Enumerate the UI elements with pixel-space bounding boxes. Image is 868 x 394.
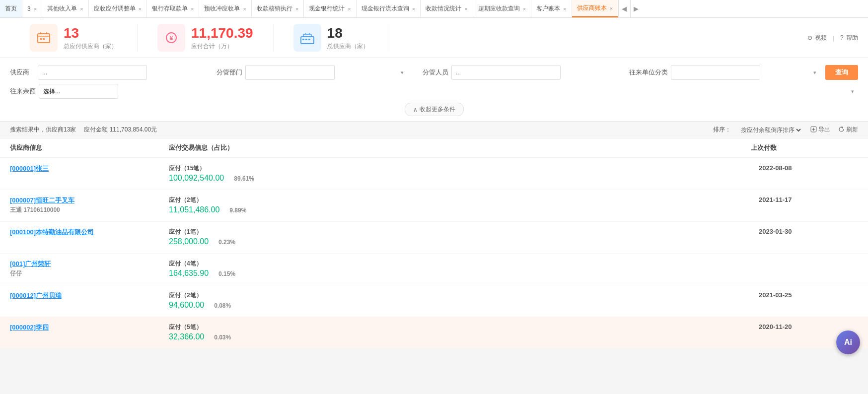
- tx-amount-link[interactable]: 100,092,540.00: [169, 174, 224, 183]
- nav-tab-cash-bank-stats[interactable]: 现金银行统计 ×: [304, 0, 356, 17]
- balance-label: 往来余额: [10, 87, 36, 96]
- close-icon[interactable]: ×: [563, 6, 566, 12]
- nav-tab-advance-offset[interactable]: 预收冲应收单 ×: [199, 0, 251, 17]
- query-button[interactable]: 查询: [825, 65, 858, 80]
- nav-tab-label: 客户账本: [536, 4, 560, 13]
- nav-tab-payment-verify[interactable]: 收款核销执行 ×: [252, 0, 304, 17]
- stat-payable-suppliers: 13 总应付供应商（家）: [10, 24, 138, 52]
- balance-select[interactable]: 选择...: [39, 84, 118, 99]
- help-icon: ?: [840, 34, 844, 41]
- tx-amount-link[interactable]: 258,000.00: [169, 237, 209, 246]
- close-icon[interactable]: ×: [80, 6, 83, 12]
- nav-tab-3[interactable]: 3 ×: [22, 0, 42, 17]
- total-suppliers-icon: [293, 24, 321, 52]
- supplier-link[interactable]: [000100]本特勤油品有限公司: [10, 228, 94, 236]
- close-icon[interactable]: ×: [523, 6, 526, 12]
- transaction-cell: 应付（1笔） 258,000.00 0.23%: [169, 228, 759, 247]
- export-icon: [810, 126, 817, 134]
- tx-percent: 0.23%: [218, 239, 235, 246]
- nav-tab-other-income[interactable]: 其他收入单 ×: [42, 0, 88, 17]
- tx-percent: 9.89%: [229, 207, 246, 214]
- nav-bar: 首页 3 × 其他收入单 × 应收应付调整单 × 银行存取款单 × 预收冲应收单…: [0, 0, 868, 18]
- close-icon[interactable]: ×: [295, 6, 298, 12]
- dept-field: 分管部门: [217, 65, 408, 80]
- collapse-label: 收起更多条件: [420, 105, 455, 114]
- nav-tab-supplier-account[interactable]: 供应商账本 ×: [572, 0, 618, 17]
- export-button[interactable]: 导出: [810, 126, 830, 134]
- person-label: 分管人员: [423, 68, 448, 77]
- close-icon[interactable]: ×: [610, 5, 613, 11]
- search-area: 供应商 分管部门 分管人员 往来单位分类 查询: [0, 58, 868, 122]
- ap-total-icon: ¥: [157, 24, 185, 52]
- nav-tab-ap-adjust[interactable]: 应收应付调整单 ×: [89, 0, 147, 17]
- close-icon[interactable]: ×: [348, 6, 351, 12]
- nav-tab-label: 收款核销执行: [257, 4, 292, 13]
- nav-prev-arrow[interactable]: ◀: [618, 0, 630, 18]
- transaction-cell: 应付（2笔） 94,600.00 0.08%: [169, 291, 759, 311]
- last-pay-date: 2022-08-08: [759, 164, 792, 172]
- transaction-cell: 应付（2笔） 11,051,486.00 9.89%: [169, 196, 759, 215]
- nav-tab-customer-account[interactable]: 客户账本 ×: [531, 0, 572, 17]
- supplier-info-cell: [001]广州荣轩 仔仔: [10, 260, 169, 278]
- tx-percent: 0.15%: [218, 270, 235, 277]
- supplier-label: 供应商: [10, 68, 35, 77]
- nav-tab-home[interactable]: 首页: [0, 0, 22, 17]
- supplier-link[interactable]: [000001]张三: [10, 165, 49, 172]
- collapse-button[interactable]: ∧ 收起更多条件: [405, 103, 464, 116]
- nav-tab-label: 收款情况统计: [426, 4, 461, 13]
- svg-rect-8: [308, 39, 310, 40]
- close-icon[interactable]: ×: [191, 6, 194, 12]
- close-icon[interactable]: ×: [243, 6, 246, 12]
- tx-amount-link[interactable]: 11,051,486.00: [169, 205, 219, 214]
- nav-tab-overdue-query[interactable]: 超期应收款查询 ×: [473, 0, 531, 17]
- total-suppliers-label: 总供应商（家）: [327, 42, 369, 51]
- sort-select[interactable]: 按应付余额倒序排序: [739, 126, 802, 134]
- total-suppliers-text: 18 总供应商（家）: [327, 25, 369, 51]
- sort-label: 排序：: [713, 126, 731, 134]
- nav-tab-label: 超期应收款查询: [478, 4, 520, 13]
- nav-tab-bank-deposit[interactable]: 银行存取款单 ×: [147, 0, 199, 17]
- help-text-label: 帮助: [846, 34, 858, 41]
- total-suppliers-num: 18: [327, 25, 369, 41]
- chevron-up-icon: ∧: [413, 106, 418, 113]
- supplier-link[interactable]: [001]广州荣轩: [10, 260, 51, 267]
- nav-tab-label: 供应商账本: [577, 4, 607, 12]
- close-icon[interactable]: ×: [412, 6, 415, 12]
- last-pay-date: 2021-03-25: [759, 291, 792, 299]
- dept-select[interactable]: [245, 65, 335, 80]
- unit-category-select[interactable]: [671, 65, 760, 80]
- payable-suppliers-icon: [30, 24, 58, 52]
- last-pay-date: 2023-01-30: [759, 228, 792, 235]
- table-row: [000007]恒旺二手叉车 王通 17106110000 应付（2笔） 11,…: [0, 190, 868, 222]
- supplier-link[interactable]: [000002]李四: [10, 324, 49, 331]
- transaction-cell: 应付（15笔） 100,092,540.00 89.61%: [169, 164, 759, 184]
- payable-suppliers-label: 总应付供应商（家）: [64, 42, 117, 51]
- tx-amount-link[interactable]: 164,635.90: [169, 269, 209, 278]
- tx-label: 应付（15笔）: [169, 164, 759, 173]
- help-text-btn[interactable]: ? 帮助: [840, 34, 858, 42]
- nav-tab-cash-bank-flow[interactable]: 现金银行流水查询 ×: [357, 0, 421, 17]
- tx-label: 应付（4笔）: [169, 260, 759, 268]
- lastpay-cell: 2021-03-25: [759, 291, 858, 299]
- nav-tab-label: 3: [27, 5, 31, 12]
- nav-next-arrow[interactable]: ▶: [630, 0, 642, 18]
- supplier-link[interactable]: [000012]广州贝瑞: [10, 292, 62, 299]
- supplier-field: 供应商: [10, 65, 202, 80]
- supplier-link[interactable]: [000007]恒旺二手叉车: [10, 197, 74, 204]
- close-icon[interactable]: ×: [34, 6, 37, 12]
- tx-percent: 0.08%: [214, 302, 231, 309]
- table-body: [000001]张三 应付（15笔） 100,092,540.00 89.61%…: [0, 158, 868, 349]
- nav-tab-label: 现金银行流水查询: [362, 4, 409, 13]
- help-video-btn[interactable]: ⊙ 视频: [807, 34, 827, 42]
- tx-label: 应付（2笔）: [169, 291, 759, 300]
- close-icon[interactable]: ×: [139, 6, 142, 12]
- supplier-input[interactable]: [38, 65, 147, 80]
- person-input[interactable]: [451, 65, 561, 80]
- tx-label: 应付（2笔）: [169, 196, 759, 204]
- lastpay-cell: 2022-08-08: [759, 164, 858, 172]
- refresh-button[interactable]: 刷新: [838, 126, 858, 134]
- close-icon[interactable]: ×: [464, 6, 467, 12]
- nav-tab-collection-stats[interactable]: 收款情况统计 ×: [421, 0, 473, 17]
- tx-amount-link[interactable]: 94,600.00: [169, 301, 204, 310]
- tx-amount-link[interactable]: 32,366.00: [169, 332, 204, 341]
